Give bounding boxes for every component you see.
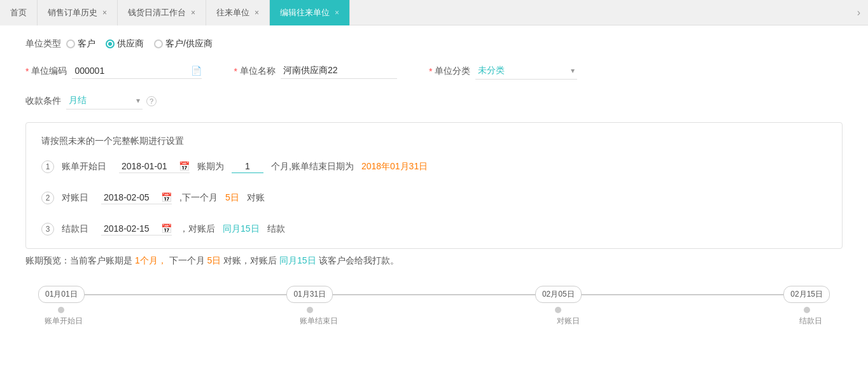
tl-node-3: 02月15日 <box>783 286 830 313</box>
tl-sublabel-1: 账单结束日 <box>293 316 344 327</box>
preview-prefix: 账期预览：当前客户账期是 <box>25 255 132 265</box>
radio-supplier-label: 供应商 <box>117 38 144 50</box>
tl-pill-1: 01月31日 <box>286 286 333 303</box>
preview-highlight1: 1个月， <box>135 255 167 265</box>
period-num-1: 1 <box>41 160 54 173</box>
unit-name-field: * 单位名称 <box>234 63 396 79</box>
tl-node-0: 01月01日 <box>38 286 85 313</box>
unit-category-field: * 单位分类 未分类 ▾ <box>429 62 577 80</box>
tl-line-1 <box>333 294 535 295</box>
unit-code-input[interactable] <box>72 63 188 78</box>
unit-category-arrow: ▾ <box>571 66 575 75</box>
tl-dot-3 <box>804 307 810 313</box>
tab-cash-work[interactable]: 钱货日清工作台 × <box>118 0 206 25</box>
tab-edit-counterpart-close[interactable]: × <box>335 8 339 17</box>
preview-middle2: 对账，对账后 <box>223 255 277 265</box>
unit-category-value: 未分类 <box>478 65 568 76</box>
radio-both-circle <box>154 39 163 48</box>
period-date-2: 📅 <box>101 191 172 204</box>
tab-edit-counterpart[interactable]: 编辑往来单位 × <box>270 0 350 25</box>
period-cal-icon-2[interactable]: 📅 <box>161 192 172 202</box>
period-desc-3: ，对账后 <box>179 223 215 235</box>
radio-customer-circle <box>66 39 75 48</box>
unit-code-icon[interactable]: 📄 <box>191 66 202 76</box>
radio-customer[interactable]: 客户 <box>66 38 95 50</box>
period-cal-icon-3[interactable]: 📅 <box>161 223 172 234</box>
period-date-input-1[interactable] <box>119 160 176 172</box>
tl-spacer-1 <box>344 316 549 327</box>
radio-customer-label: 客户 <box>78 38 95 50</box>
unit-code-label: 单位编码 <box>31 66 67 77</box>
period-cal-icon-1[interactable]: 📅 <box>179 161 190 171</box>
unit-code-star: * <box>25 66 29 76</box>
period-end-date-highlight: 2018年01月31日 <box>361 161 428 172</box>
tab-more-button[interactable]: › <box>850 7 868 18</box>
tl-pill-3: 02月15日 <box>783 286 830 303</box>
tl-pill-2: 02月05日 <box>535 286 582 303</box>
unit-name-star: * <box>234 66 237 76</box>
tab-cash-work-label: 钱货日清工作台 <box>128 7 186 18</box>
payment-terms-row: 收款条件 月结 ▾ ? <box>25 92 843 109</box>
tab-sales-history[interactable]: 销售订单历史 × <box>38 0 118 25</box>
tl-spacer-0 <box>89 316 293 327</box>
payment-terms-arrow: ▾ <box>136 96 140 105</box>
unit-category-select[interactable]: 未分类 ▾ <box>475 62 577 80</box>
period-date-input-3[interactable] <box>101 222 158 235</box>
unit-category-label: 单位分类 <box>435 66 470 77</box>
tl-sublabel-2: 对账日 <box>549 316 587 327</box>
tl-node-2: 02月05日 <box>535 286 582 313</box>
tab-bar: 首页 销售订单历史 × 钱货日清工作台 × 往来单位 × 编辑往来单位 × › <box>0 0 868 25</box>
page-content: 单位类型 客户 供应商 客户/供应商 * 单位编码 <box>0 25 868 387</box>
unit-type-field: 单位类型 客户 供应商 客户/供应商 <box>25 38 213 50</box>
tab-sales-history-close[interactable]: × <box>102 8 107 17</box>
preview-highlight2: 5日 <box>207 255 221 265</box>
period-months-input[interactable] <box>232 160 263 173</box>
tl-pill-0: 01月01日 <box>38 286 85 303</box>
period-desc-2: ,下一个月 <box>179 192 218 204</box>
tl-dot-1 <box>307 307 313 313</box>
period-num-3: 3 <box>41 223 54 236</box>
tab-home[interactable]: 首页 <box>0 0 38 25</box>
unit-code-field: * 单位编码 📄 <box>25 63 202 79</box>
tl-line-0 <box>85 294 287 295</box>
tab-counterpart-close[interactable]: × <box>255 8 259 17</box>
radio-supplier-circle <box>106 39 115 48</box>
tab-cash-work-close[interactable]: × <box>191 8 195 17</box>
period-desc-suffix-1: 个月,账单结束日期为 <box>271 161 354 172</box>
period-date-input-2[interactable] <box>101 191 158 204</box>
period-reconcile-highlight: 5日 <box>225 192 239 204</box>
unit-type-label: 单位类型 <box>25 38 61 50</box>
radio-both[interactable]: 客户/供应商 <box>154 38 213 50</box>
unit-name-input[interactable] <box>281 63 397 79</box>
period-num-2: 2 <box>41 192 54 204</box>
preview-middle1: 下一个月 <box>169 255 205 265</box>
radio-both-label: 客户/供应商 <box>165 38 213 50</box>
period-row-1: 1 账单开始日 📅 账期为 个月,账单结束日期为 2018年01月31日 <box>41 160 827 173</box>
unit-type-radio-group: 客户 供应商 客户/供应商 <box>66 38 213 50</box>
tab-counterpart-label: 往来单位 <box>216 7 249 18</box>
period-payment-highlight: 同月15日 <box>223 223 260 235</box>
period-date-1: 📅 <box>119 160 190 173</box>
tl-dot-2 <box>555 307 561 313</box>
payment-terms-value: 月结 <box>69 95 134 106</box>
unit-code-input-wrap: 📄 <box>72 63 202 79</box>
period-desc-3b: 结款 <box>267 223 285 235</box>
radio-supplier[interactable]: 供应商 <box>106 38 144 50</box>
period-box-title: 请按照未来的一个完整帐期进行设置 <box>41 136 827 147</box>
payment-terms-label: 收款条件 <box>25 95 61 107</box>
preview-highlight3: 同月15日 <box>279 255 316 265</box>
unit-info-row: * 单位编码 📄 * 单位名称 * 单位分类 未分类 ▾ <box>25 62 843 80</box>
preview-section: 账期预览：当前客户账期是 1个月， 下一个月 5日 对账，对账后 同月15日 该… <box>25 255 843 327</box>
tl-node-1: 01月31日 <box>286 286 333 313</box>
tl-sublabel-0: 账单开始日 <box>38 316 89 327</box>
period-settings-box: 请按照未来的一个完整帐期进行设置 1 账单开始日 📅 账期为 个月,账单结束日期… <box>25 122 843 249</box>
payment-terms-select[interactable]: 月结 ▾ <box>66 92 143 109</box>
tab-counterpart[interactable]: 往来单位 × <box>206 0 270 25</box>
preview-text: 账期预览：当前客户账期是 1个月， 下一个月 5日 对账，对账后 同月15日 该… <box>25 255 843 267</box>
tab-sales-history-label: 销售订单历史 <box>48 7 97 18</box>
tl-sublabel-3: 结款日 <box>792 316 830 327</box>
payment-terms-help-icon[interactable]: ? <box>146 96 157 106</box>
timeline-labels: 账单开始日 账单结束日 对账日 结款日 <box>25 316 843 327</box>
unit-category-star: * <box>429 66 432 76</box>
period-label-2: 对账日 <box>62 192 88 204</box>
